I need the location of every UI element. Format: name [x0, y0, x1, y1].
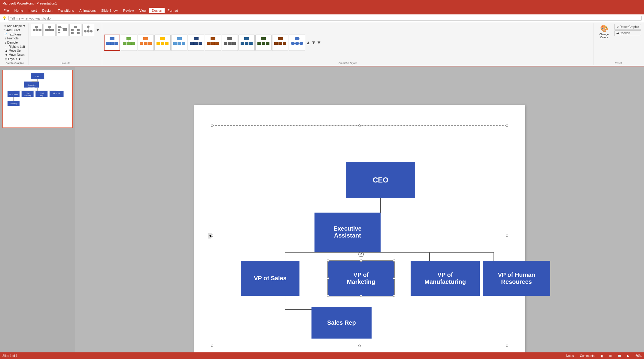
- handle-tc[interactable]: [358, 124, 361, 127]
- menu-insert[interactable]: Insert: [26, 8, 39, 13]
- menu-file[interactable]: File: [1, 8, 11, 13]
- slide-1-thumbnail[interactable]: 1 CEO Executive Assistant VP of Sales VP…: [2, 70, 73, 128]
- svg-rect-6: [48, 26, 51, 28]
- handle-ml[interactable]: [211, 235, 213, 237]
- layout-box-3[interactable]: [56, 24, 68, 36]
- smartart-style-4[interactable]: [154, 35, 171, 51]
- layout-box-5[interactable]: [82, 24, 94, 36]
- view-slideshow[interactable]: ▶: [627, 354, 630, 357]
- svg-rect-17: [71, 29, 74, 31]
- add-shape-button[interactable]: ⊞ Add Shape ▼: [2, 24, 27, 28]
- vp-sales-box[interactable]: VP of Sales: [241, 261, 299, 296]
- styles-more[interactable]: ▼: [317, 40, 321, 45]
- svg-rect-77: [295, 42, 299, 45]
- menu-format[interactable]: Format: [165, 8, 181, 13]
- vm-handle-tl[interactable]: [327, 259, 329, 262]
- handle-bc[interactable]: [358, 345, 361, 347]
- smartart-style-7[interactable]: [205, 35, 221, 51]
- layout-button[interactable]: ⊞ Layout ▼: [4, 57, 26, 61]
- menu-animations[interactable]: Animations: [77, 8, 98, 13]
- smartart-style-2[interactable]: [121, 35, 137, 51]
- convert-button[interactable]: ⇄ Convert: [614, 30, 641, 36]
- styles-scroll-down[interactable]: ▼: [311, 40, 316, 45]
- svg-rect-54: [199, 42, 202, 45]
- comments-button[interactable]: Comments: [580, 354, 594, 357]
- smartart-style-3[interactable]: [138, 35, 154, 51]
- smartart-style-9[interactable]: [238, 35, 255, 51]
- vm-handle-br[interactable]: [393, 295, 395, 297]
- vm-handle-ml[interactable]: [327, 277, 329, 280]
- right-to-left-button[interactable]: ↔ Right to Left: [4, 45, 26, 49]
- handle-bl[interactable]: [211, 345, 213, 347]
- svg-rect-44: [156, 42, 160, 45]
- menu-review[interactable]: Review: [121, 8, 136, 13]
- smartart-style-5[interactable]: [171, 35, 187, 51]
- svg-text:Mfg: Mfg: [40, 95, 43, 97]
- svg-rect-58: [215, 42, 219, 45]
- handle-tr[interactable]: [506, 124, 508, 127]
- formula-bar: 💡: [0, 14, 644, 22]
- handle-mr[interactable]: [506, 235, 508, 237]
- smartart-style-1[interactable]: [104, 35, 120, 51]
- svg-rect-75: [295, 37, 299, 40]
- vp-hr-box[interactable]: VP of Human Resources: [483, 261, 550, 296]
- menu-view[interactable]: View: [137, 8, 149, 13]
- exec-assistant-box[interactable]: Executive Assistant: [314, 213, 381, 252]
- view-reading[interactable]: 📖: [618, 354, 621, 357]
- svg-rect-1: [33, 29, 35, 31]
- canvas-area[interactable]: ◀ ↺: [75, 67, 644, 359]
- tell-me-input[interactable]: [8, 16, 642, 21]
- svg-rect-57: [211, 42, 215, 45]
- svg-point-24: [90, 30, 93, 32]
- handle-br[interactable]: [506, 345, 508, 347]
- sales-rep-box[interactable]: Sales Rep: [311, 307, 372, 339]
- menu-design[interactable]: Design: [40, 8, 55, 13]
- smartart-style-10[interactable]: [255, 35, 272, 51]
- menu-home[interactable]: Home: [12, 8, 26, 13]
- move-down-button[interactable]: ▼ Move Down: [4, 53, 26, 57]
- text-pane-icon: 📄: [4, 33, 7, 36]
- svg-rect-8: [48, 29, 51, 31]
- smartart-style-8[interactable]: [222, 35, 238, 51]
- promote-button[interactable]: ↑ Promote: [4, 36, 26, 40]
- reset-graphic-button[interactable]: ↺ Reset Graphic: [614, 24, 641, 30]
- demote-button[interactable]: ↓ Demote: [4, 41, 26, 44]
- menu-slideshow[interactable]: Slide Show: [99, 8, 120, 13]
- create-graphic-label: Create Graphic: [2, 61, 27, 65]
- vp-marketing-box[interactable]: VP of Marketing: [328, 261, 394, 296]
- svg-rect-36: [131, 42, 135, 45]
- vm-handle-bl[interactable]: [327, 295, 329, 297]
- smartart-style-11[interactable]: [272, 35, 288, 51]
- vm-handle-tc[interactable]: [360, 259, 362, 262]
- svg-rect-34: [123, 42, 126, 45]
- text-pane-button[interactable]: 📄 Text Pane: [2, 32, 27, 36]
- vm-handle-tr[interactable]: [393, 259, 395, 262]
- layouts-dropdown[interactable]: ▼: [95, 27, 100, 33]
- svg-rect-40: [140, 42, 143, 45]
- svg-rect-43: [160, 37, 165, 40]
- vm-handle-bc[interactable]: [360, 295, 362, 297]
- promote-icon: ↑: [5, 37, 6, 40]
- ceo-box[interactable]: CEO: [346, 162, 415, 198]
- layouts-label: Layouts: [31, 61, 100, 65]
- vp-manufacturing-box[interactable]: VP of Manufacturing: [411, 261, 480, 296]
- slide-count: Slide 1 of 1: [2, 354, 17, 357]
- menu-design-active[interactable]: Design: [149, 8, 164, 13]
- layout-box-4[interactable]: [69, 24, 81, 36]
- notes-button[interactable]: Notes: [566, 354, 574, 357]
- smartart-style-12[interactable]: [289, 35, 305, 51]
- layout-box-2[interactable]: [44, 24, 56, 36]
- collapse-arrow[interactable]: ◀: [208, 233, 211, 238]
- vm-handle-mr[interactable]: [393, 277, 395, 280]
- handle-tl[interactable]: [211, 124, 213, 127]
- add-bullet-button[interactable]: ≡ Add Bullet: [2, 28, 27, 32]
- menu-transitions[interactable]: Transitions: [56, 8, 76, 13]
- smartart-style-6[interactable]: [188, 35, 204, 51]
- svg-rect-9: [51, 29, 54, 31]
- move-up-button[interactable]: ▲ Move Up: [4, 49, 26, 53]
- change-colors-button[interactable]: 🎨 Change Colors: [596, 24, 612, 39]
- styles-scroll-up[interactable]: ▲: [306, 40, 311, 45]
- layout-box-1[interactable]: [31, 24, 43, 36]
- view-normal[interactable]: ▣: [600, 354, 603, 357]
- view-slide-sorter[interactable]: ⊞: [609, 354, 612, 357]
